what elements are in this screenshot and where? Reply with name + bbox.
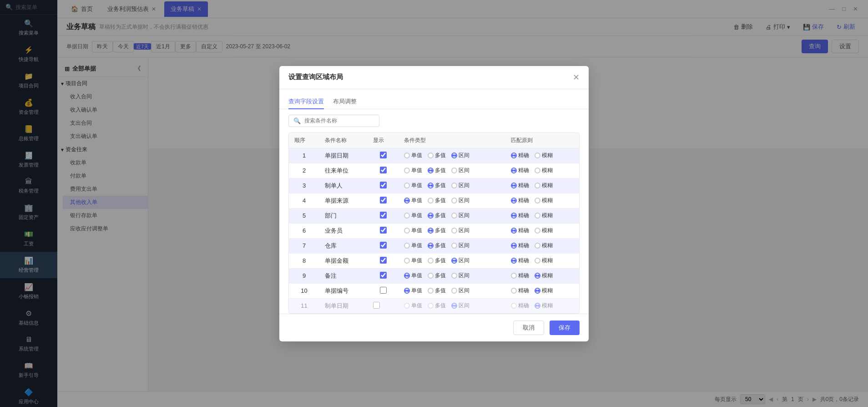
- radio-dot: [428, 258, 434, 264]
- type-radio-5-0[interactable]: 单值: [404, 227, 422, 234]
- modal-search-area: 🔍: [279, 109, 589, 132]
- radio-dot: [511, 198, 517, 204]
- type-radio-8-0[interactable]: 单值: [404, 272, 422, 280]
- type-radio-5-1[interactable]: 多值: [428, 227, 446, 234]
- show-checkbox-3[interactable]: [380, 197, 387, 204]
- show-checkbox-9[interactable]: [380, 287, 387, 294]
- type-radio-8-1[interactable]: 多值: [428, 272, 446, 280]
- modal-search-input[interactable]: [304, 117, 373, 124]
- radio-dot: [428, 213, 434, 219]
- type-radio-7-1[interactable]: 多值: [428, 257, 446, 265]
- radio-dot: [404, 228, 410, 234]
- type-radio-9-1[interactable]: 多值: [428, 287, 446, 295]
- radio-dot: [451, 288, 457, 294]
- type-radio-4-1[interactable]: 多值: [428, 212, 446, 219]
- type-radio-2-1[interactable]: 多值: [428, 182, 446, 189]
- type-radio-8-2[interactable]: 区间: [451, 272, 469, 280]
- show-checkbox-10[interactable]: [373, 302, 380, 309]
- match-radio-10-0[interactable]: 精确: [511, 302, 529, 310]
- type-radio-10-2[interactable]: 区间: [451, 302, 469, 310]
- match-radio-9-0[interactable]: 精确: [511, 287, 529, 295]
- match-radio-5-1[interactable]: 模糊: [535, 227, 553, 234]
- radio-dot: [511, 153, 517, 158]
- type-radio-0-1[interactable]: 多值: [428, 152, 446, 159]
- type-radio-6-0[interactable]: 单值: [404, 242, 422, 249]
- type-radio-3-1[interactable]: 多值: [428, 197, 446, 204]
- match-radio-10-1[interactable]: 模糊: [535, 302, 553, 310]
- match-radio-6-1[interactable]: 模糊: [535, 242, 553, 249]
- radio-dot: [511, 183, 517, 188]
- col-show: 显示: [368, 133, 398, 148]
- table-row: 1 单据日期 单值 多值 区间 精确 模糊: [289, 148, 579, 163]
- type-radio-3-0[interactable]: 单值: [404, 197, 422, 204]
- type-radio-1-0[interactable]: 单值: [404, 167, 422, 174]
- show-checkbox-4[interactable]: [380, 212, 387, 219]
- show-checkbox-5[interactable]: [380, 227, 387, 234]
- show-checkbox-2[interactable]: [380, 182, 387, 188]
- radio-dot: [511, 228, 517, 234]
- type-radio-5-2[interactable]: 区间: [451, 227, 469, 234]
- radio-dot: [511, 258, 517, 264]
- radio-dot: [428, 288, 434, 294]
- match-radio-7-0[interactable]: 精确: [511, 257, 529, 265]
- match-radio-3-0[interactable]: 精确: [511, 197, 529, 204]
- modal-close-button[interactable]: ✕: [573, 72, 580, 82]
- match-radio-8-1[interactable]: 模糊: [535, 272, 553, 280]
- modal-tab-fields[interactable]: 查询字段设置: [288, 95, 324, 109]
- match-radio-2-0[interactable]: 精确: [511, 182, 529, 189]
- modal-tab-layout[interactable]: 布局调整: [333, 95, 357, 109]
- show-checkbox-7[interactable]: [380, 257, 387, 264]
- radio-dot: [535, 288, 540, 294]
- type-radio-7-2[interactable]: 区间: [451, 257, 469, 265]
- modal-save-button[interactable]: 保存: [550, 321, 580, 335]
- radio-dot: [535, 168, 540, 173]
- show-checkbox-8[interactable]: [380, 272, 387, 279]
- radio-dot: [511, 288, 517, 294]
- type-radio-2-0[interactable]: 单值: [404, 182, 422, 189]
- type-radio-7-0[interactable]: 单值: [404, 257, 422, 265]
- show-checkbox-1[interactable]: [380, 167, 387, 173]
- match-radio-3-1[interactable]: 模糊: [535, 197, 553, 204]
- match-radio-0-0[interactable]: 精确: [511, 152, 529, 159]
- table-row: 11 制单日期 单值 多值: [289, 298, 579, 313]
- type-radio-10-1[interactable]: 多值: [428, 302, 446, 310]
- radio-dot: [404, 168, 410, 173]
- col-seq: 顺序: [289, 133, 319, 148]
- type-radio-9-0[interactable]: 单值: [404, 287, 422, 295]
- modal-search-box[interactable]: 🔍: [288, 115, 379, 127]
- radio-dot: [535, 153, 540, 158]
- type-radio-10-0[interactable]: 单值: [404, 302, 422, 310]
- radio-dot: [535, 273, 540, 279]
- type-radio-2-2[interactable]: 区间: [451, 182, 469, 189]
- radio-dot: [451, 183, 457, 188]
- match-radio-6-0[interactable]: 精确: [511, 242, 529, 249]
- cancel-button[interactable]: 取消: [513, 321, 544, 335]
- show-checkbox-6[interactable]: [380, 242, 387, 249]
- type-radio-4-0[interactable]: 单值: [404, 212, 422, 219]
- radio-dot: [428, 228, 434, 234]
- radio-dot: [404, 273, 410, 279]
- match-radio-1-1[interactable]: 模糊: [535, 167, 553, 174]
- match-radio-7-1[interactable]: 模糊: [535, 257, 553, 265]
- match-radio-9-1[interactable]: 模糊: [535, 287, 553, 295]
- type-radio-4-2[interactable]: 区间: [451, 212, 469, 219]
- match-radio-8-0[interactable]: 精确: [511, 272, 529, 280]
- type-radio-3-2[interactable]: 区间: [451, 197, 469, 204]
- match-radio-1-0[interactable]: 精确: [511, 167, 529, 174]
- match-radio-4-0[interactable]: 精确: [511, 212, 529, 219]
- radio-dot: [535, 183, 540, 188]
- type-radio-6-2[interactable]: 区间: [451, 242, 469, 249]
- type-radio-6-1[interactable]: 多值: [428, 242, 446, 249]
- type-radio-9-2[interactable]: 区间: [451, 287, 469, 295]
- match-radio-4-1[interactable]: 模糊: [535, 212, 553, 219]
- match-radio-5-0[interactable]: 精确: [511, 227, 529, 234]
- type-radio-0-2[interactable]: 区间: [451, 152, 469, 159]
- match-radio-2-1[interactable]: 模糊: [535, 182, 553, 189]
- type-radio-0-0[interactable]: 单值: [404, 152, 422, 159]
- modal-title: 设置查询区域布局: [288, 73, 343, 81]
- show-checkbox-0[interactable]: [380, 152, 387, 158]
- type-radio-1-2[interactable]: 区间: [451, 167, 469, 174]
- match-radio-0-1[interactable]: 模糊: [535, 152, 553, 159]
- radio-dot: [451, 168, 457, 173]
- type-radio-1-1[interactable]: 多值: [428, 167, 446, 174]
